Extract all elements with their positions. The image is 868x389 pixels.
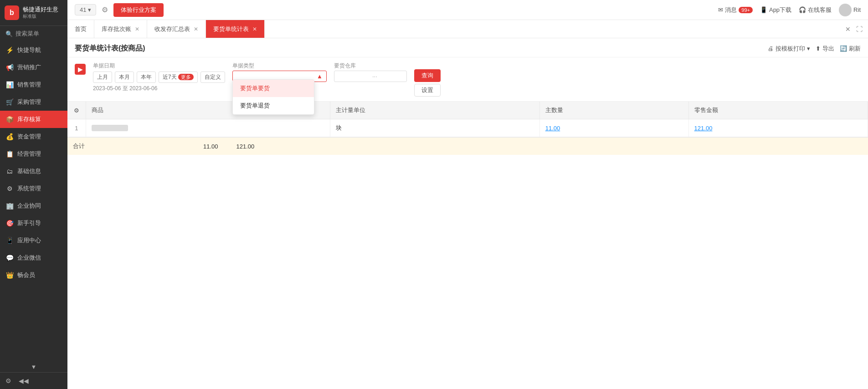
settings-btn[interactable]: 设置 xyxy=(414,84,441,97)
company-dropdown-value: 41 xyxy=(80,6,86,13)
query-btn[interactable]: 查询 xyxy=(414,69,441,82)
order-type-chevron-icon[interactable]: ▲ xyxy=(317,73,323,80)
refresh-icon: 🔄 xyxy=(840,45,847,52)
sidebar-item-finance[interactable]: 💰 资金管理 xyxy=(0,128,67,145)
messages-label: 消息 xyxy=(725,6,737,14)
order-type-text-input[interactable] xyxy=(236,73,313,80)
sidebar-scroll-down[interactable]: ▼ xyxy=(0,362,67,372)
tab-inventory-batch-label: 库存批次账 xyxy=(102,25,131,33)
topbar-gear-icon[interactable]: ⚙ xyxy=(102,5,108,14)
cell-quantity: 11.00 xyxy=(539,119,688,137)
footer-amount: 121.00 xyxy=(236,143,255,150)
print-chevron-icon: ▾ xyxy=(807,45,810,52)
user-avatar-item[interactable]: Rit xyxy=(839,4,861,16)
refresh-btn[interactable]: 🔄 刷新 xyxy=(840,45,861,53)
user-avatar xyxy=(839,4,852,16)
amount-link[interactable]: 121.00 xyxy=(694,125,713,132)
warehouse-more-icon[interactable]: ··· xyxy=(372,73,403,80)
dropdown-item-order-goods[interactable]: 要货单要货 xyxy=(233,80,314,97)
logo-icon: b xyxy=(5,5,19,20)
sidebar-bottom: ⚙ ◀◀ xyxy=(0,372,67,389)
print-template-btn[interactable]: 🖨 按模板打印 ▾ xyxy=(768,45,810,53)
online-service-item[interactable]: 🎧 在线客服 xyxy=(799,6,832,14)
date-btn-this-month[interactable]: 本月 xyxy=(115,72,134,83)
col-settings[interactable]: ⚙ xyxy=(67,102,86,119)
sidebar-item-marketing[interactable]: 📢 营销推广 xyxy=(0,59,67,76)
finance-icon: 💰 xyxy=(5,133,14,141)
col-quantity: 主数量 xyxy=(539,102,688,119)
app-download-item[interactable]: 📱 App下载 xyxy=(760,6,791,14)
sidebar-item-operations[interactable]: 📋 经营管理 xyxy=(0,145,67,163)
topbar: 41 ▾ ⚙ 体验行业方案 ✉ 消息 99+ 📱 App下载 🎧 在线客服 Ri… xyxy=(67,0,868,20)
col-amount: 零售金额 xyxy=(688,102,868,119)
sidebar-item-label: 资金管理 xyxy=(17,133,41,141)
collapse-icon[interactable]: ◀◀ xyxy=(19,377,29,384)
tab-order-stats-close[interactable]: ✕ xyxy=(252,26,257,32)
warehouse-label: 要货仓库 xyxy=(334,62,407,70)
table-footer: 合计 11.00 121.00 xyxy=(67,137,868,155)
sidebar-item-app-center[interactable]: 📱 应用中心 xyxy=(0,232,67,249)
sidebar-item-label: 销售管理 xyxy=(17,81,41,89)
sidebar-item-label: 企业协同 xyxy=(17,202,41,210)
online-service-label: 在线客服 xyxy=(808,6,832,14)
date-btn-last-month[interactable]: 上月 xyxy=(93,72,112,83)
sidebar-item-guide[interactable]: 🎯 新手引导 xyxy=(0,215,67,232)
cell-product xyxy=(86,119,330,137)
warehouse-input[interactable]: ··· xyxy=(334,71,407,82)
filter-toggle-btn[interactable]: ▶ xyxy=(75,64,86,75)
inventory-icon: 📦 xyxy=(5,115,14,123)
sidebar-item-wechat[interactable]: 💬 企业微信 xyxy=(0,249,67,266)
print-icon: 🖨 xyxy=(768,45,774,52)
tab-maximize-icon[interactable]: ⛶ xyxy=(854,25,864,34)
sidebar-item-purchase[interactable]: 🛒 采购管理 xyxy=(0,93,67,111)
sidebar-item-system[interactable]: ⚙ 系统管理 xyxy=(0,180,67,197)
sidebar-item-membership[interactable]: 👑 畅会员 xyxy=(0,266,67,284)
marketing-icon: 📢 xyxy=(5,63,14,72)
cell-unit: 块 xyxy=(330,119,539,137)
sidebar-search-label: 搜索菜单 xyxy=(15,30,39,38)
export-btn[interactable]: ⬆ 导出 xyxy=(816,45,834,53)
quantity-link[interactable]: 11.00 xyxy=(545,125,560,132)
sidebar-item-label: 营销推广 xyxy=(17,63,41,72)
sidebar-item-quick-nav[interactable]: ⚡ 快捷导航 xyxy=(0,41,67,59)
company-dropdown[interactable]: 41 ▾ xyxy=(75,4,96,15)
date-btn-this-year[interactable]: 本年 xyxy=(137,72,156,83)
date-more-badge[interactable]: 更多 xyxy=(178,74,194,80)
table-wrapper: ⚙ 商品 主计量单位 主数量 零售金额 1 块 xyxy=(67,102,868,137)
tab-inventory-batch[interactable]: 库存批次账 ✕ xyxy=(94,20,147,38)
sidebar-item-label: 应用中心 xyxy=(17,236,41,245)
order-type-filter-group: 单据类型 ▲ 要货单要货 要货单退货 xyxy=(232,62,327,82)
tab-home[interactable]: 首页 xyxy=(67,20,94,38)
tab-receive-summary-close[interactable]: ✕ xyxy=(194,26,198,32)
tabs-right: ✕ ⛶ xyxy=(843,25,868,34)
tab-receive-summary[interactable]: 收发存汇总表 ✕ xyxy=(147,20,206,38)
date-btn-custom[interactable]: 自定义 xyxy=(200,72,225,83)
messages-item[interactable]: ✉ 消息 99+ xyxy=(718,6,753,14)
print-label: 按模板打印 xyxy=(776,45,805,53)
date-btn-last-7-days[interactable]: 近7天 更多 xyxy=(159,72,198,83)
tab-inventory-batch-close[interactable]: ✕ xyxy=(135,26,139,32)
trial-btn[interactable]: 体验行业方案 xyxy=(113,3,164,17)
messages-icon: ✉ xyxy=(718,6,723,13)
system-icon: ⚙ xyxy=(5,184,14,193)
export-icon: ⬆ xyxy=(816,45,821,52)
settings-bottom-icon[interactable]: ⚙ xyxy=(5,377,11,384)
sidebar-item-enterprise[interactable]: 🏢 企业协同 xyxy=(0,197,67,215)
date-filter-label: 单据日期 xyxy=(93,62,225,70)
sidebar-item-sales[interactable]: 📊 销售管理 xyxy=(0,76,67,93)
dropdown-item-order-return[interactable]: 要货单退货 xyxy=(233,97,314,114)
order-type-label: 单据类型 xyxy=(232,62,327,70)
refresh-label: 刷新 xyxy=(849,45,861,53)
sidebar-item-basic-info[interactable]: 🗂 基础信息 xyxy=(0,163,67,180)
sidebar-item-inventory[interactable]: 📦 库存核算 xyxy=(0,111,67,128)
tab-receive-summary-label: 收发存汇总表 xyxy=(154,25,190,33)
filter-bar: ▶ 单据日期 上月 本月 本年 近7天 更多 自定义 2023-05-06 至 … xyxy=(67,57,868,102)
date-filter-row: 上月 本月 本年 近7天 更多 自定义 xyxy=(93,72,225,83)
tab-order-stats[interactable]: 要货单统计表 ✕ xyxy=(206,20,265,38)
purchase-icon: 🛒 xyxy=(5,98,14,106)
tab-close-all-icon[interactable]: ✕ xyxy=(843,25,853,34)
page-title: 要货单统计表(按商品) xyxy=(75,44,145,53)
brand-name: 畅捷通好生意 xyxy=(23,6,58,14)
sidebar-search[interactable]: 🔍 搜索菜单 xyxy=(0,26,67,41)
content-area: 要货单统计表(按商品) 🖨 按模板打印 ▾ ⬆ 导出 🔄 刷新 ▶ xyxy=(67,38,868,389)
